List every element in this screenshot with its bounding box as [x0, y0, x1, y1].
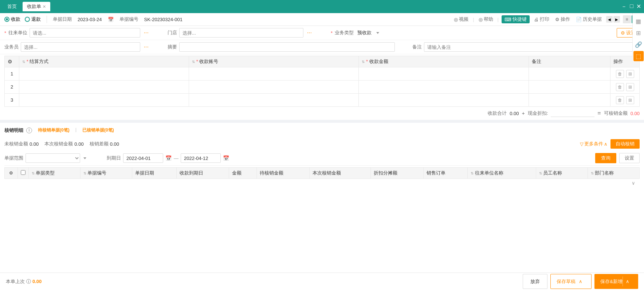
query-button[interactable]: 查询: [595, 153, 616, 163]
bth-docnumber: ⇅ 单据编号: [80, 168, 132, 179]
save-draft-button[interactable]: 保存草稿 ∧: [550, 274, 592, 289]
total-value: 0.00: [510, 111, 519, 116]
maximize-button[interactable]: □: [630, 3, 633, 11]
sidebar-icon-expand[interactable]: ⬚: [633, 51, 644, 61]
cal-to-icon[interactable]: 📅: [223, 155, 229, 161]
save-new-button[interactable]: 保存&新增 ∧: [594, 274, 638, 289]
biz-required: *: [331, 30, 333, 36]
counterparty-input[interactable]: [30, 28, 140, 38]
counterparty-required: *: [4, 30, 6, 36]
save-draft-arrow[interactable]: ∧: [576, 277, 585, 286]
date-value[interactable]: 2023-03-24: [78, 17, 102, 22]
receipt-tab-close[interactable]: ✕: [43, 4, 46, 9]
refund-radio[interactable]: 退款: [25, 16, 41, 23]
row-2-account[interactable]: [189, 81, 359, 94]
date-from-input[interactable]: [123, 153, 163, 163]
list-view-btn[interactable]: ≡: [623, 15, 631, 23]
help-button[interactable]: ◎ 帮助: [477, 15, 495, 23]
summary-input[interactable]: [179, 42, 395, 52]
expand-icon[interactable]: ∨: [632, 180, 635, 186]
bottom-info-icon[interactable]: ⓘ: [26, 278, 31, 285]
counterparty-ellipsis[interactable]: ···: [142, 30, 150, 36]
main-table-container: ⚙ ⇅ * 结算方式 ⇅ * 收款账号 ⇅ * 收款: [0, 56, 644, 107]
bth-docnumber-label: 单据编号: [87, 170, 106, 176]
select-all-checkbox[interactable]: [21, 170, 25, 175]
more-conditions-btn[interactable]: ▽ 更多条件 ∧: [580, 141, 608, 147]
row-2-copy-icon[interactable]: ⊞: [626, 83, 634, 91]
row-1-notes[interactable]: [529, 67, 610, 81]
row-3-delete-icon[interactable]: 🗑: [616, 96, 624, 104]
history-button[interactable]: 📄 历史单据: [574, 15, 603, 23]
store-input[interactable]: [179, 28, 303, 38]
minimize-button[interactable]: －: [621, 3, 627, 11]
biz-type-dropdown[interactable]: [376, 32, 379, 34]
close-button[interactable]: ✕: [636, 3, 641, 11]
uncleared-label: 未核销金额: [4, 141, 28, 147]
save-new-arrow[interactable]: ∧: [623, 277, 632, 286]
completed-tab[interactable]: 已核销单据(0笔): [79, 126, 117, 134]
business-type-field: * 业务类型 预收款: [331, 30, 379, 36]
next-arrow[interactable]: ▶: [613, 16, 620, 23]
staff-input[interactable]: [21, 42, 140, 52]
right-sidebar: ▦ ⊞ 🔗 ⬚: [632, 13, 644, 61]
notes-input[interactable]: [424, 42, 640, 52]
th-notes: 备注: [529, 56, 610, 67]
bth-gear[interactable]: ⚙: [5, 168, 18, 179]
receipt-radio[interactable]: 收款: [4, 16, 20, 23]
th-settlement-label: 结算方式: [30, 59, 48, 64]
row-1-action: 🗑 ⊞: [610, 67, 640, 81]
filter-setting-button[interactable]: 设置: [619, 153, 640, 163]
prev-arrow[interactable]: ◀: [606, 16, 613, 23]
current-item: 本次核销金额 0.00: [44, 141, 83, 147]
row-3-account[interactable]: [189, 94, 359, 107]
bth-counterparty-label: 往来单位名称: [475, 170, 503, 176]
row-3-settlement[interactable]: [19, 94, 189, 107]
th-settlement: ⇅ * 结算方式: [19, 56, 189, 67]
sidebar-icon-attachment[interactable]: 🔗: [633, 39, 644, 50]
row-2-amount[interactable]: [359, 81, 529, 94]
nav-tab-home[interactable]: 首页: [3, 2, 21, 11]
row-2-settlement[interactable]: [19, 81, 189, 94]
row-2-notes[interactable]: [529, 81, 610, 94]
row-1-account[interactable]: [189, 67, 359, 81]
pending-tab[interactable]: 待核销单据(0笔): [35, 126, 72, 134]
video-icon: ◎: [454, 17, 458, 22]
bth-docdate: 单据日期: [132, 168, 176, 179]
row-3-copy-icon[interactable]: ⊞: [626, 96, 634, 104]
row-1-amount[interactable]: [359, 67, 529, 81]
row-1-delete-icon[interactable]: 🗑: [616, 70, 624, 78]
range-dropdown-icon[interactable]: [83, 157, 86, 159]
abandon-button[interactable]: 放弃: [523, 274, 547, 289]
chevron-up-icon: ∧: [604, 141, 608, 147]
shortcut-button[interactable]: ⌨ 快捷键: [502, 15, 530, 23]
store-ellipsis[interactable]: ···: [306, 30, 313, 36]
video-button[interactable]: ◎ 视频: [452, 15, 470, 23]
number-value[interactable]: SK-20230324-001: [144, 17, 183, 22]
nav-tab-receipt[interactable]: 收款单 ✕: [23, 2, 50, 11]
date-to-input[interactable]: [181, 153, 221, 163]
th-amount: ⇅ * 收款金额: [359, 56, 529, 67]
bth-checkbox[interactable]: [18, 168, 29, 179]
th-action-label: 操作: [613, 59, 623, 64]
row-3-notes[interactable]: [529, 94, 610, 107]
calendar-icon[interactable]: 📅: [108, 17, 114, 22]
row-1-copy-icon[interactable]: ⊞: [626, 70, 634, 78]
history-icon: 📄: [576, 17, 582, 22]
row-1-settlement[interactable]: [19, 67, 189, 81]
section-info-icon[interactable]: i: [26, 128, 32, 133]
refund-radio-label: 退款: [31, 16, 41, 23]
th-gear[interactable]: ⚙: [5, 56, 19, 67]
staff-ellipsis[interactable]: ···: [142, 44, 150, 50]
print-button[interactable]: 🖨 打印: [533, 15, 551, 23]
discount-input[interactable]: [551, 110, 594, 117]
operation-button[interactable]: ⚙ 操作: [554, 15, 572, 23]
cal-from-icon[interactable]: 📅: [165, 155, 172, 161]
bth-staff-label: 员工名称: [543, 170, 562, 176]
row-2-delete-icon[interactable]: 🗑: [616, 83, 624, 91]
row-3-amount[interactable]: [359, 94, 529, 107]
sidebar-icon-grid[interactable]: ⊞: [633, 28, 644, 38]
sidebar-icon-table[interactable]: ▦: [633, 16, 644, 26]
range-select[interactable]: [25, 153, 80, 163]
table-gear-icon[interactable]: ⚙: [8, 59, 12, 64]
auto-cancel-button[interactable]: 自动核销: [610, 139, 640, 149]
